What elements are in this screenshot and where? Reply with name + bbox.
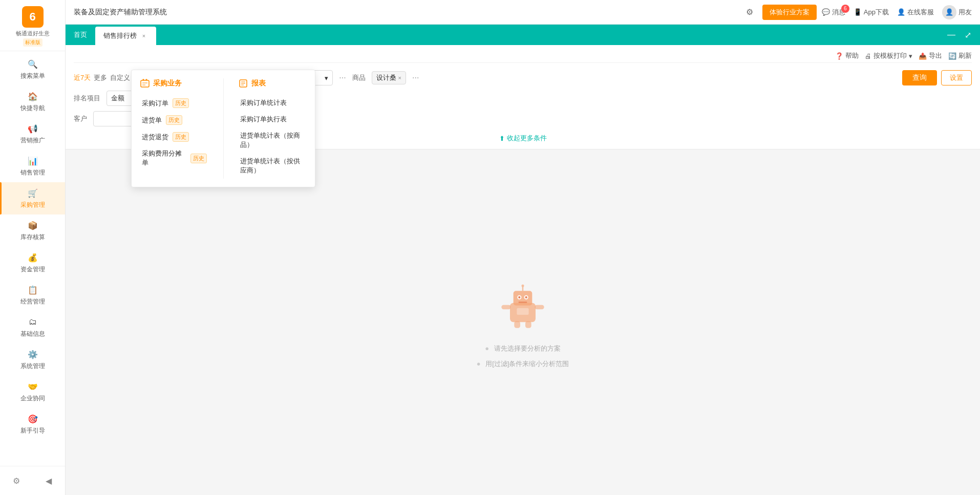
tab-home[interactable]: 首页 [66, 25, 95, 45]
customer-label: 客户 [74, 114, 87, 123]
menu-item-label: 采购订单统计表 [240, 98, 287, 107]
report-section-title: 报表 [238, 78, 307, 89]
purchase-section-label: 采购业务 [153, 79, 182, 88]
finance-nav-icon: 💰 [27, 252, 38, 263]
sidebar-item-label: 搜索菜单 [20, 72, 45, 80]
menu-item-incoming-by-goods[interactable]: 进货单统计表（按商品） [238, 127, 307, 153]
operation-nav-icon: 📋 [27, 284, 38, 295]
goods-tag[interactable]: 设计桑 × [372, 71, 406, 84]
sidebar-item-guide[interactable]: 🎯 新手引导 [0, 408, 65, 440]
sidebar-item-purchase[interactable]: 🛒 采购管理 [0, 182, 65, 214]
system-title: 装备及固定资产辅助管理系统 [74, 8, 737, 17]
sidebar-item-basic[interactable]: 🗂 基础信息 [0, 311, 65, 343]
menu-item-purchase-order[interactable]: 采购订单 历史 [140, 95, 209, 112]
purchase-section-title: 采购业务 [140, 78, 209, 89]
print-icon: 🖨 [865, 52, 871, 60]
industry-button[interactable]: 体验行业方案 [762, 5, 817, 20]
tab-maximize-button[interactable]: ⤢ [962, 29, 974, 41]
sidebar-item-label: 系统管理 [20, 362, 45, 371]
sidebar-item-sales[interactable]: 📊 销售管理 [0, 150, 65, 182]
tab-home-label: 首页 [74, 30, 87, 39]
sidebar-item-enterprise[interactable]: 🤝 企业协同 [0, 376, 65, 408]
help-label: 帮助 [845, 51, 859, 60]
sidebar-item-nav[interactable]: 🏠 快捷导航 [0, 85, 65, 118]
tab-controls: — ⤢ [945, 29, 980, 41]
tab-sales-rank[interactable]: 销售排行榜 × [95, 27, 156, 45]
content-area: ❓ 帮助 🖨 按模板打印 ▾ 📤 导出 🔄 刷新 [66, 45, 980, 495]
history-tag: 历史 [190, 154, 207, 163]
sidebar-bottom: ⚙ ◀ [0, 466, 65, 495]
menu-item-cost-split[interactable]: 采购费用分摊单 历史 [140, 145, 209, 171]
menu-item-order-stats[interactable]: 采购订单统计表 [238, 95, 307, 111]
sidebar-item-search[interactable]: 🔍 搜索菜单 [0, 53, 65, 85]
tab-sales-rank-label: 销售排行榜 [103, 31, 137, 40]
svg-point-5 [525, 296, 527, 298]
message-button[interactable]: 💬 消息 6 [822, 8, 845, 17]
date-7days-button[interactable]: 近7天 [74, 73, 91, 82]
help-button[interactable]: ❓ 帮助 [835, 51, 859, 60]
tab-close-button[interactable]: × [140, 32, 148, 40]
goods-tag-close[interactable]: × [398, 75, 401, 81]
purchase-menu-section: 采购业务 采购订单 历史 进货单 历史 进货退货 历史 [140, 78, 209, 179]
export-button[interactable]: 📤 导出 [919, 51, 942, 60]
menu-item-label: 采购费用分摊单 [142, 149, 186, 167]
sidebar-item-label: 新手引导 [20, 426, 45, 435]
tab-minimize-button[interactable]: — [945, 29, 957, 41]
svg-rect-9 [501, 305, 510, 309]
menu-item-label: 进货单 [142, 116, 162, 125]
rank-value: 金额 [111, 94, 124, 103]
purchase-nav-icon: 🛒 [27, 187, 38, 199]
sidebar-item-label: 营销推广 [20, 136, 45, 145]
app-download-button[interactable]: 📱 App下载 [854, 8, 889, 17]
refresh-button[interactable]: 🔄 刷新 [948, 51, 972, 60]
sidebar-item-label: 资金管理 [20, 265, 45, 274]
sidebar-item-inventory[interactable]: 📦 库存核算 [0, 214, 65, 247]
user-button[interactable]: 👤 用友 [942, 5, 972, 19]
date-more-button[interactable]: 更多 [94, 73, 107, 82]
sidebar-settings-button[interactable]: ⚙ [8, 472, 25, 489]
collapse-icon: ⬆ [499, 135, 505, 142]
sidebar-logo: 6 畅通道好生意 标准版 [0, 0, 65, 51]
menu-divider [223, 78, 224, 179]
sidebar-item-label: 销售管理 [20, 168, 45, 177]
dropdown-menu: 采购业务 采购订单 历史 进货单 历史 进货退货 历史 [131, 70, 315, 187]
date-custom-button[interactable]: 自定义 [110, 73, 130, 82]
sidebar-item-label: 库存核算 [20, 233, 45, 242]
search-nav-icon: 🔍 [27, 58, 38, 70]
print-template-button[interactable]: 🖨 按模板打印 ▾ [865, 51, 912, 60]
menu-item-incoming-by-supplier[interactable]: 进货单统计表（按供应商） [238, 153, 307, 179]
empty-hint-2: ● 用[过滤]条件来缩小分析范围 [477, 359, 569, 369]
enterprise-nav-icon: 🤝 [27, 381, 38, 392]
header-right: 💬 消息 6 📱 App下载 👤 在线客服 👤 用友 [822, 5, 972, 19]
sidebar-nav: 🔍 搜索菜单 🏠 快捷导航 📢 营销推广 📊 销售管理 🛒 采购管理 📦 库存核… [0, 51, 65, 466]
menu-item-incoming[interactable]: 进货单 历史 [140, 112, 209, 128]
menu-item-label: 进货单统计表（按商品） [240, 131, 305, 149]
empty-hint-1: ● 请先选择要分析的方案 [485, 344, 560, 353]
menu-item-label: 进货单统计表（按供应商） [240, 157, 305, 175]
report-section-label: 报表 [251, 79, 266, 88]
svg-rect-10 [535, 305, 544, 309]
sidebar-item-operation[interactable]: 📋 经营管理 [0, 279, 65, 311]
main-content: 装备及固定资产辅助管理系统 ⚙ 体验行业方案 💬 消息 6 📱 App下载 👤 … [66, 0, 980, 495]
top-header: 装备及固定资产辅助管理系统 ⚙ 体验行业方案 💬 消息 6 📱 App下载 👤 … [66, 0, 980, 25]
sidebar-item-label: 经营管理 [20, 297, 45, 306]
settings-small-button[interactable]: 设置 [941, 70, 972, 85]
header-settings-button[interactable]: ⚙ [742, 5, 757, 20]
history-tag: 历史 [173, 98, 189, 108]
sidebar-collapse-button[interactable]: ◀ [40, 472, 57, 489]
menu-item-return[interactable]: 进货退货 历史 [140, 128, 209, 145]
service-label: 在线客服 [907, 8, 934, 17]
service-icon: 👤 [897, 8, 905, 16]
query-button[interactable]: 查询 [902, 70, 937, 85]
sidebar-item-finance[interactable]: 💰 资金管理 [0, 247, 65, 279]
guide-nav-icon: 🎯 [27, 413, 38, 424]
collapse-button[interactable]: ⬆ 收起更多条件 [499, 134, 547, 143]
status-dots[interactable]: ··· [339, 73, 346, 82]
collapse-label: 收起更多条件 [507, 134, 547, 143]
sidebar-item-system[interactable]: ⚙️ 系统管理 [0, 343, 65, 376]
menu-item-order-exec[interactable]: 采购订单执行表 [238, 111, 307, 127]
report-menu-section: 报表 采购订单统计表 采购订单执行表 进货单统计表（按商品） 进货单统计表（按供… [238, 78, 307, 179]
goods-dots[interactable]: ··· [412, 73, 419, 82]
service-button[interactable]: 👤 在线客服 [897, 8, 934, 17]
sidebar-item-marketing[interactable]: 📢 营销推广 [0, 118, 65, 150]
